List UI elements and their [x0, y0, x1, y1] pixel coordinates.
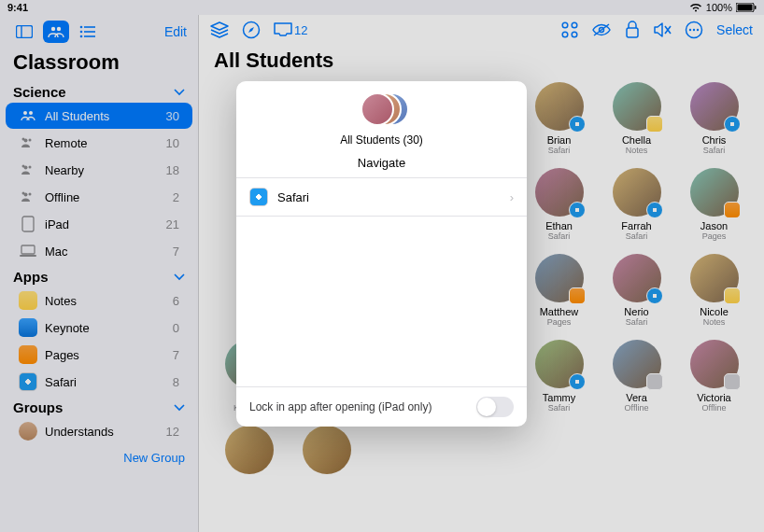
popover-row-safari[interactable]: Safari ›: [236, 178, 527, 217]
popover-avatar-stack: [349, 89, 415, 130]
popover-title: All Students (30): [236, 133, 527, 147]
popover-nav-label: Navigate: [236, 147, 527, 177]
popover-footer-label: Lock in app after opening (iPad only): [249, 400, 432, 413]
chevron-right-icon: ›: [510, 190, 514, 204]
navigate-popover: All Students (30) Navigate Safari › Lock…: [236, 81, 527, 427]
safari-icon: [249, 188, 268, 206]
lock-toggle[interactable]: [476, 397, 514, 417]
